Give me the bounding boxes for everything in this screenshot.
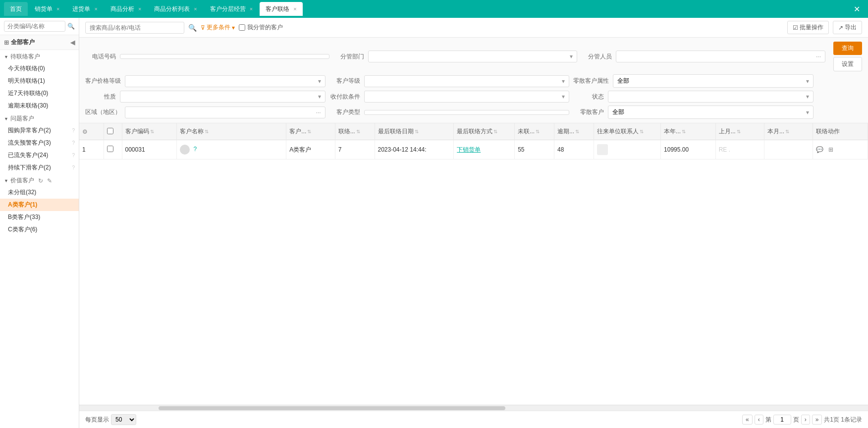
nav-tab-sales[interactable]: 销货单 ×: [29, 2, 65, 16]
action-chat-icon[interactable]: 💬: [816, 146, 823, 153]
nav-tab-analysis-list[interactable]: 商品分析列表 ×: [148, 2, 203, 16]
sidebar-item-lost[interactable]: 已流失客户(24) ?: [0, 149, 79, 161]
sidebar-all-customers-header[interactable]: ⊞ 全部客户 ◀: [0, 35, 79, 50]
declining-label: 持续下滑客户(2): [8, 163, 51, 172]
customer-level-select[interactable]: ▾: [364, 75, 570, 87]
region-input[interactable]: ···: [125, 107, 326, 118]
horizontal-scrollbar[interactable]: [79, 405, 868, 411]
sidebar-item-declining[interactable]: 持续下滑客户(2) ?: [0, 161, 79, 174]
customer-tier-tab-close[interactable]: ×: [250, 6, 253, 12]
refresh-icon[interactable]: ↻: [38, 177, 43, 184]
sidebar-group-value[interactable]: ▼ 价值客户 ↻ ✎: [0, 174, 79, 186]
contact-method-link[interactable]: 下销货单: [457, 146, 481, 153]
scatter-attr-select[interactable]: 全部 ▾: [613, 74, 814, 88]
nav-tab-analysis[interactable]: 商品分析 ×: [105, 2, 147, 16]
edit-icon[interactable]: ✎: [47, 177, 52, 184]
nav-tab-customer-contact[interactable]: 客户联络 ×: [260, 2, 302, 16]
sales-tab-close[interactable]: ×: [56, 6, 59, 12]
window-close-button[interactable]: ✕: [850, 2, 864, 16]
sidebar-item-c-class[interactable]: C类客户(6): [0, 223, 79, 236]
nav-tab-purchase[interactable]: 进货单 ×: [66, 2, 103, 16]
price-level-select[interactable]: ▾: [125, 75, 326, 87]
purchase-tab-close[interactable]: ×: [94, 6, 97, 12]
sidebar-item-a-class[interactable]: A类客户(1): [0, 199, 79, 211]
row-checkbox[interactable]: [104, 140, 122, 160]
first-page-button[interactable]: «: [742, 415, 753, 425]
analysis-tab-label: 商品分析: [110, 5, 134, 13]
customer-contact-tab-close[interactable]: ×: [293, 6, 296, 12]
action-qr-icon[interactable]: ⊞: [828, 146, 833, 153]
scatter-customer-value: 全部: [612, 108, 624, 116]
next-page-button[interactable]: ›: [801, 415, 810, 425]
settings-button[interactable]: 设置: [833, 57, 862, 71]
query-button[interactable]: 查询: [833, 42, 862, 55]
col-no-contact-label: 未联...: [518, 127, 535, 136]
sidebar-item-ungrouped[interactable]: 未分组(32): [0, 186, 79, 199]
manager-input[interactable]: ···: [616, 51, 825, 62]
col-name[interactable]: 客户名称 ⇅: [177, 123, 286, 140]
sidebar-item-7days[interactable]: 近7天待联络(0): [0, 87, 79, 100]
col-no-contact[interactable]: 未联... ⇅: [515, 123, 554, 140]
filter-search-button[interactable]: 🔍: [188, 24, 197, 32]
col-contact-count[interactable]: 联络... ⇅: [335, 123, 375, 140]
price-level-arrow: ▾: [318, 78, 321, 85]
status-select[interactable]: ▾: [608, 91, 814, 103]
col-last-contact-date[interactable]: 最后联络日期 ⇅: [375, 123, 454, 140]
col-last-contact-method[interactable]: 最后联络方式 ⇅: [454, 123, 515, 140]
purchase-tab-label: 进货单: [72, 5, 90, 13]
triangle-icon-pending: ▼: [4, 54, 8, 59]
row-last-contact-method[interactable]: 下销货单: [454, 140, 515, 160]
sidebar-item-today[interactable]: 今天待联络(0): [0, 62, 79, 75]
sidebar-search-input[interactable]: [4, 21, 65, 32]
col-this-year[interactable]: 本年... ⇅: [661, 123, 716, 140]
col-this-month[interactable]: 本月... ⇅: [764, 123, 813, 140]
phone-input[interactable]: [120, 54, 329, 59]
sidebar-item-tomorrow[interactable]: 明天待联络(1): [0, 75, 79, 87]
analysis-list-tab-close[interactable]: ×: [194, 6, 197, 12]
col-unit-contact[interactable]: 往来单位联系人 ⇅: [594, 123, 660, 140]
scatter-customer-select[interactable]: 全部 ▾: [608, 106, 814, 119]
payment-select[interactable]: ▾: [364, 91, 570, 103]
nav-tab-home[interactable]: 首页: [4, 2, 28, 16]
col-overdue[interactable]: 逾期... ⇅: [554, 123, 594, 140]
col-customer-type[interactable]: 客户... ⇅: [286, 123, 335, 140]
filter-more-button[interactable]: ⊽ 更多条件 ▾: [201, 23, 235, 32]
prev-page-button[interactable]: ‹: [755, 415, 763, 425]
triangle-icon-problem: ▼: [4, 116, 8, 121]
sidebar-group-problem[interactable]: ▼ 问题客户: [0, 112, 79, 124]
customer-type-input[interactable]: [364, 110, 570, 115]
dept-select[interactable]: ▾: [368, 51, 578, 62]
col-code[interactable]: 客户编码 ⇅: [122, 123, 177, 140]
my-customers-checkbox[interactable]: [239, 24, 245, 31]
table-settings-icon[interactable]: ⚙: [82, 128, 88, 135]
filter-search-input[interactable]: [85, 22, 184, 34]
customer-name-text[interactable]: ?: [193, 146, 197, 153]
sidebar-item-b-class[interactable]: B类客户(33): [0, 211, 79, 223]
row-select-checkbox[interactable]: [107, 146, 113, 152]
export-button[interactable]: ↗ 导出: [833, 21, 862, 34]
col-settings[interactable]: ⚙: [79, 123, 104, 140]
col-last-month[interactable]: 上月... ⇅: [715, 123, 764, 140]
col-code-sort: ⇅: [150, 129, 154, 134]
filter-bar: 🔍 ⊽ 更多条件 ▾ 我分管的客户 ☑ 批量操作 ↗ 导出: [79, 18, 868, 38]
row-code: 000031: [122, 140, 177, 160]
col-action[interactable]: 联络动作: [813, 123, 868, 140]
sidebar-search-icon[interactable]: 🔍: [67, 23, 75, 30]
select-all-checkbox[interactable]: [107, 128, 113, 134]
dept-dropdown-arrow: ▾: [570, 53, 573, 60]
row-name: ?: [177, 140, 286, 160]
sidebar-item-overdue[interactable]: 逾期未联络(30): [0, 100, 79, 112]
sidebar-item-lostwarning[interactable]: 流失预警客户(3) ?: [0, 137, 79, 149]
nav-tab-customer-tier[interactable]: 客户分层经营 ×: [204, 2, 259, 16]
scrollbar-thumb[interactable]: [159, 406, 505, 410]
sidebar-item-hoarding[interactable]: 囤购异常客户(2) ?: [0, 124, 79, 137]
batch-op-button[interactable]: ☑ 批量操作: [787, 21, 829, 34]
last-page-button[interactable]: »: [812, 415, 822, 425]
home-tab-label: 首页: [10, 5, 22, 13]
sidebar-group-pending[interactable]: ▼ 待联络客户: [0, 50, 79, 62]
page-size-select[interactable]: 20 50 100: [111, 414, 136, 425]
col-checkbox-header[interactable]: [104, 123, 122, 140]
page-number-input[interactable]: [773, 415, 791, 425]
analysis-tab-close[interactable]: ×: [138, 6, 141, 12]
nature-select[interactable]: ▾: [120, 91, 326, 103]
